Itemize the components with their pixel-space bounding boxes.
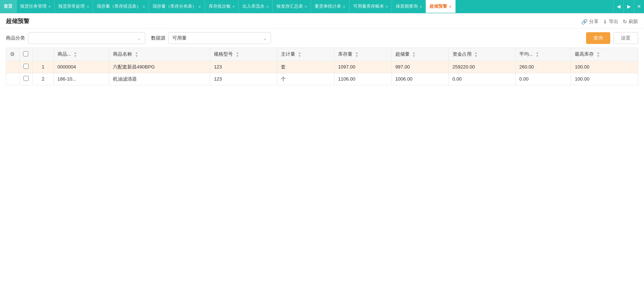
tab-close-icon[interactable]: × [266,4,268,9]
cell-over: 997.00 [391,61,449,73]
filter-datasource-group: 数据源 可用量 ⌄ [151,32,271,44]
cell-avg: 260.00 [515,61,571,73]
tab-label: 现存量（库存分布表） [153,3,197,10]
row-checkbox-1[interactable] [23,76,29,81]
category-select[interactable]: ⌄ [28,32,145,44]
sort-maxstock-icon: ▲▼ [597,51,600,58]
data-table: ⚙ 商品... ▲▼ 商品名称 ▲▼ 规格型号 [6,48,638,85]
cell-checkbox[interactable] [19,73,33,85]
share-icon: 🔗 [581,19,588,25]
sort-unit-icon: ▲▼ [298,51,301,58]
cell-capital: 0.00 [449,73,515,85]
tab-close-icon[interactable]: × [420,4,422,9]
datasource-select[interactable]: 可用量 ⌄ [168,32,271,44]
cell-spec: 123 [210,73,277,85]
sort-spec-icon: ▲▼ [236,51,239,58]
sort-name-icon: ▲▼ [135,51,138,58]
sort-capital-icon: ▲▼ [474,51,477,58]
th-name[interactable]: 商品名称 ▲▼ [109,48,210,61]
cell-stock: 1106.00 [334,73,391,85]
table-body: 1 0000004 六配套新昌490BPG 123 套 1097.00 997.… [6,61,638,85]
tab-close-icon[interactable]: × [449,4,451,9]
tab-close-icon[interactable]: × [386,4,388,9]
nav-tab-tab-11[interactable]: 超储预警× [426,0,455,13]
cell-name: 六配套新昌490BPG [109,61,210,73]
tab-close-icon[interactable]: × [343,4,345,9]
table-row: 1 0000004 六配套新昌490BPG 123 套 1097.00 997.… [6,61,638,73]
select-all-checkbox[interactable] [23,51,28,56]
tab-label: 库存批次账 [209,3,231,10]
tab-label: 可用量库存账本 [353,3,384,10]
table-header-row: ⚙ 商品... ▲▼ 商品名称 ▲▼ 规格型号 [6,48,638,61]
nav-bar: 首页 拣货任务管理×拣货异常处理×现存量（库存状况表）×现存量（库存分布表）×库… [0,0,644,13]
nav-tab-tab-7[interactable]: 收发存汇总表× [273,0,311,13]
cell-avg: 0.00 [515,73,571,85]
nav-arrow-left[interactable]: ◀ [613,0,623,13]
cell-maxstock: 100.00 [571,73,638,85]
tab-close-icon[interactable]: × [48,4,51,9]
table-row: 2 186-10... 机油滤清器 123 个 1106.00 1006.00 … [6,73,638,85]
query-button[interactable]: 查询 [586,32,610,44]
nav-tab-tab-2[interactable]: 拣货异常处理× [55,0,93,13]
page-title: 超储预警 [6,18,29,25]
cell-maxstock: 100.00 [571,61,638,73]
tab-close-icon[interactable]: × [87,4,89,9]
th-settings: ⚙ [6,48,19,61]
settings-gear-icon[interactable]: ⚙ [10,51,15,57]
page-container: 超储预警 🔗 分享 ⇓ 导出 ↻ 刷新 商品分类 ⌄ 数据源 [0,13,644,293]
tab-close-icon[interactable]: × [198,4,201,9]
th-stock[interactable]: 库存量 ▲▼ [334,48,391,61]
th-code[interactable]: 商品... ▲▼ [54,48,109,61]
sort-over-icon: ▲▼ [412,51,416,58]
nav-tab-tab-3[interactable]: 现存量（库存状况表）× [93,0,149,13]
nav-home[interactable]: 首页 [0,0,17,13]
tab-close-icon[interactable]: × [305,4,307,9]
th-checkbox [19,48,33,61]
cell-code: 186-10... [54,73,109,85]
tab-label: 收发存汇总表 [277,3,303,10]
nav-tab-tab-8[interactable]: 要货单统计表× [311,0,349,13]
nav-tab-tab-4[interactable]: 现存量（库存分布表）× [149,0,205,13]
refresh-button[interactable]: ↻ 刷新 [623,18,638,25]
th-over[interactable]: 超储量 ▲▼ [391,48,449,61]
settings-button[interactable]: 设置 [613,32,638,44]
row-checkbox-0[interactable] [23,64,29,69]
tab-label: 要货单统计表 [315,3,341,10]
filter-buttons: 查询 设置 [586,32,638,44]
tab-label: 现存量（库存状况表） [97,3,141,10]
nav-arrow-right[interactable]: ▶ [623,0,634,13]
th-avg[interactable]: 平均... ▲▼ [515,48,571,61]
filter-category-group: 商品分类 ⌄ [6,32,145,44]
table-head: ⚙ 商品... ▲▼ 商品名称 ▲▼ 规格型号 [6,48,638,61]
cell-unit: 个 [277,73,334,85]
tab-close-icon[interactable]: × [233,4,235,9]
tab-label: 拣货任务管理 [20,3,47,10]
nav-arrow-close[interactable]: ✕ [634,0,644,13]
share-button[interactable]: 🔗 分享 [581,18,599,25]
sort-stock-icon: ▲▼ [355,51,358,58]
filter-row: 商品分类 ⌄ 数据源 可用量 ⌄ 查询 设置 [0,29,644,48]
export-icon: ⇓ [603,19,607,25]
th-maxstock[interactable]: 最高库存 ▲▼ [571,48,638,61]
nav-tab-tab-6[interactable]: 出入库流水× [239,0,272,13]
th-unit[interactable]: 主计量 ▲▼ [277,48,334,61]
th-spec[interactable]: 规格型号 ▲▼ [210,48,277,61]
category-select-arrow: ⌄ [137,36,141,41]
nav-tab-tab-10[interactable]: 保质期查询× [392,0,426,13]
cell-no: 2 [33,73,54,85]
nav-tab-tab-5[interactable]: 库存批次账× [205,0,239,13]
nav-tab-tab-9[interactable]: 可用量库存账本× [350,0,392,13]
export-button[interactable]: ⇓ 导出 [603,18,618,25]
sort-avg-icon: ▲▼ [535,51,539,58]
sort-code-icon: ▲▼ [74,51,77,58]
cell-spec: 123 [210,61,277,73]
cell-no: 1 [33,61,54,73]
tab-close-icon[interactable]: × [143,4,145,9]
th-capital[interactable]: 资金占用 ▲▼ [449,48,515,61]
nav-tab-tab-1[interactable]: 拣货任务管理× [17,0,55,13]
cell-settings [6,73,19,85]
cell-capital: 259220.00 [449,61,515,73]
cell-code: 0000004 [54,61,109,73]
cell-name: 机油滤清器 [109,73,210,85]
cell-checkbox[interactable] [19,61,33,73]
